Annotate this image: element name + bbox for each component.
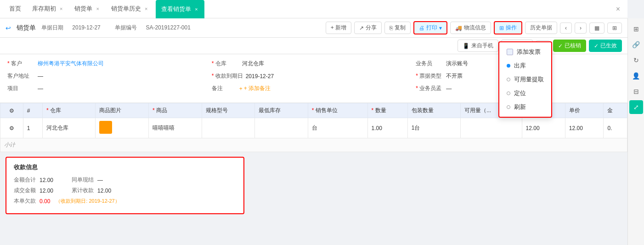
row-unit-price: 12.00 [565,118,604,138]
project-field: 项目 — [7,85,212,92]
deal-amount-value: 12.00 [40,188,53,194]
tab-bar: 首页 库存期初 × 销货单 × 销货单历史 × 查看销货单 × × [0,0,627,18]
tab-close-inventory[interactable]: × [59,6,63,11]
prev-button[interactable]: ‹ [560,23,572,34]
effective-button[interactable]: ✓ 已生效 [589,40,622,52]
row-gear[interactable]: ⚙ [0,118,23,138]
toolbar: ↩ 销货单 单据日期 2019-12-27 单据编号 SA-20191227-0… [0,18,627,38]
col-min-stock: 最低库存 [255,103,308,118]
sidebar-grid-icon[interactable]: ⊟ [629,85,643,98]
toolbar-left: ↩ 销货单 单据日期 2019-12-27 单据编号 SA-20191227-0… [6,24,322,32]
tab-view-sales[interactable]: 查看销货单 × [156,0,204,18]
add-invoice-icon [507,49,513,55]
outbound-dot-icon [507,64,510,68]
deal-amount-label: 成交金额 [14,187,36,194]
tab-close-sales[interactable]: × [95,6,100,11]
salesperson-label: 业务员孟 [416,85,443,92]
next-button[interactable]: › [575,23,587,34]
window-close-button[interactable]: × [612,5,624,13]
row-product: 嘻嘻嘻嘻 [149,118,202,138]
cumulative-value: 12.00 [97,188,111,194]
new-button[interactable]: + 新增 [326,22,351,34]
sidebar-link-icon[interactable]: 🔗 [629,38,643,51]
row-stock: 12.00 [522,118,565,138]
col-spec: 规格型号 [202,103,255,118]
payment-row-1: 金额合计 12.00 同单现结 — [14,176,236,184]
verified-icon: ✓ [558,43,563,49]
print-button[interactable]: 🖨 打印 ▾ [413,21,447,34]
subtotal-label: 小计 [0,138,627,152]
balance-note: （收款到期日: 2019-12-27） [56,198,119,205]
total-field: 金额合计 12.00 [14,176,53,184]
customer-value[interactable]: 柳州粤港平安气体有限公司 [38,60,104,68]
total-value: 12.00 [40,177,53,183]
row-quantity: 1.00 [367,118,407,138]
right-sidebar: ⊞ 🔗 ↻ 👤 ⊟ ⤢ [627,18,644,219]
same-order-field: 同单现结 — [72,176,103,184]
copy-button[interactable]: ⎘ 复制 [384,22,411,34]
locate-dot-icon [507,91,510,95]
payment-row-3: 本单欠款 0.00 （收款到期日: 2019-12-27） [14,197,236,205]
ticket-type-value: 不开票 [446,72,463,80]
row-amount: 0. [604,118,627,138]
sidebar-person-icon[interactable]: 👤 [629,69,643,83]
project-value: — [38,85,43,92]
payment-row-2: 成交金额 12.00 累计收款 12.00 [14,187,236,194]
tab-inventory-init[interactable]: 库存期初 × [27,0,69,18]
cumulative-label: 累计收款 [72,187,94,194]
customer-field: 客户 柳州粤港平安气体有限公司 [7,60,212,68]
print-icon: 🖨 [419,25,424,31]
payment-info-title: 收款信息 [14,163,236,171]
col-product-img: 商品图片 [96,103,149,118]
tab-home[interactable]: 首页 [4,0,27,18]
payment-info-box: 收款信息 金额合计 12.00 同单现结 — 成交金额 12.00 累计收款 1… [6,157,244,214]
add-note-button[interactable]: + + 添加备注 [239,85,271,92]
note-label: 备注 [212,85,239,92]
row-seq: 1 [23,118,42,138]
grid2-button[interactable]: ⊞ [607,23,622,34]
tab-sales-history[interactable]: 销货单历史 × [106,0,154,18]
add-note-icon: + [239,85,243,92]
grid1-button[interactable]: ▦ [589,23,604,34]
from-phone-button[interactable]: 📱 来自手机 [458,40,498,52]
col-pack-qty: 包装数量 [407,103,461,118]
logistics-icon: 🚚 [455,25,462,31]
doc-date-meta: 单据日期 2019-12-27 单据编号 SA-20191227-001 [41,24,196,32]
table-row: ⚙ 1 河北仓库 嘻嘻嘻嘻 台 1.00 1台 12.00 12.00 0. [0,118,627,138]
row-product-img [96,118,149,138]
logistics-button[interactable]: 🚚 物流信息 [450,22,491,34]
sidebar-expand-icon[interactable]: ⤢ [629,100,643,114]
tab-close-view[interactable]: × [194,6,198,12]
row-sales-unit: 台 [308,118,367,138]
tab-sales-order[interactable]: 销货单 × [69,0,105,18]
actions-button[interactable]: ⊞ 操作 [494,21,522,34]
col-sales-unit: 销售单位 [308,103,367,118]
sidebar-rotate-icon[interactable]: ↻ [629,53,643,67]
dropdown-outbound[interactable]: 出库 [499,59,551,73]
dropdown-refresh[interactable]: 刷新 [499,100,551,114]
warehouse-value: 河北仓库 [242,60,264,68]
history-button[interactable]: 历史单据 [525,22,557,34]
product-thumbnail [99,121,112,134]
col-gear: ⚙ [0,103,23,118]
dropdown-quantity-extract[interactable]: 可用量提取 [499,73,551,86]
sidebar-table-icon[interactable]: ⊞ [629,22,643,36]
payment-date-field: 收款到期日 2019-12-27 [212,72,416,80]
customer-label: 客户 [7,60,35,68]
print-dropdown-arrow: ▾ [439,25,442,31]
share-button[interactable]: ↗ 分享 [354,22,382,34]
verified-button[interactable]: ✓ 已核销 [553,40,586,52]
phone-icon: 📱 [463,43,469,49]
warehouse-label: 仓库 [212,60,239,68]
tab-close-history[interactable]: × [144,6,148,11]
date-value: 2019-12-27 [72,24,100,31]
effective-icon: ✓ [594,43,599,49]
address-value: — [38,73,43,80]
dropdown-locate[interactable]: 定位 [499,86,551,100]
col-quantity: 数量 [367,103,407,118]
same-order-label: 同单现结 [72,176,94,184]
note-field: 备注 + + 添加备注 [212,85,416,92]
dropdown-add-invoice[interactable]: 添加发票 [499,45,551,59]
staff-label: 业务员 [416,60,443,68]
address-label: 客户地址 [7,72,35,80]
